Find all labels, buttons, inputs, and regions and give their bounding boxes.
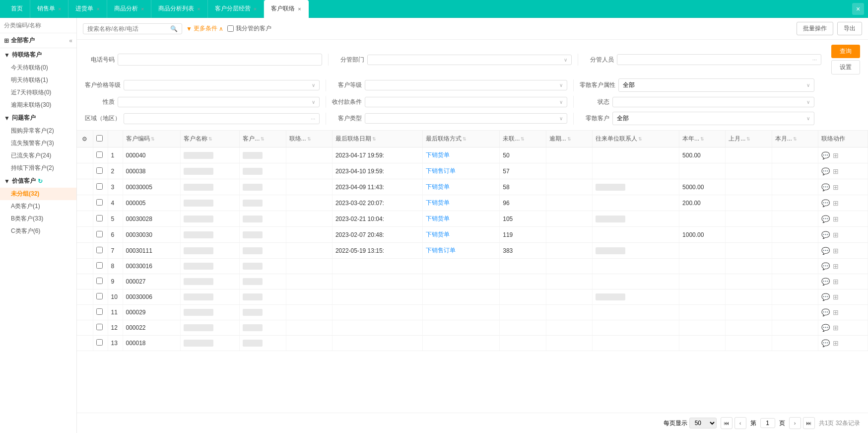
nav-purchase[interactable]: 进货单 × [68,0,107,18]
contact-icon[interactable]: 💬 [821,339,830,347]
my-customers-label[interactable]: 我分管的客户 [227,24,271,33]
sidebar-collapse-btn[interactable]: « [69,37,72,44]
sort-icon-overdue[interactable]: ⇅ [567,137,571,142]
cell-name[interactable] [180,163,240,179]
more-icon[interactable]: ⊞ [833,324,839,332]
nav-close-all[interactable]: × [852,3,864,15]
row-checkbox[interactable] [96,278,103,284]
reset-btn[interactable]: 设置 [831,60,860,74]
cell-name[interactable] [180,243,240,259]
sidebar-item-c[interactable]: C类客户(6) [0,225,76,237]
sort-icon-date[interactable]: ⇅ [372,137,376,142]
more-icon[interactable]: ⊞ [833,247,839,255]
nav-customer-tier[interactable]: 客户分层经营 × [208,0,264,18]
cell-checkbox[interactable] [93,227,108,243]
last-way-link[interactable]: 下销货单 [426,199,450,206]
last-way-link[interactable]: 下销货单 [426,183,450,190]
cell-checkbox[interactable] [93,179,108,195]
sort-icon-contact[interactable]: ⇅ [307,137,311,142]
sidebar-item-b[interactable]: B类客户(33) [0,213,76,225]
sidebar-group-value[interactable]: ▼ 价值客户 ↻ [0,174,76,188]
sidebar-group-problem[interactable]: ▼ 问题客户 [0,111,76,125]
more-icon[interactable]: ⊞ [833,231,839,239]
last-way-link[interactable]: 下销售订单 [426,167,456,174]
last-page-btn[interactable]: ⏭ [803,417,815,429]
col-this-month[interactable]: 本月...⇅ [772,131,818,147]
cell-name[interactable] [180,289,240,305]
sort-icon-last-month[interactable]: ⇅ [746,137,750,142]
more-icon[interactable]: ⊞ [833,183,839,191]
col-name[interactable]: 客户名称⇅ [180,131,240,147]
row-checkbox[interactable] [96,247,103,253]
cell-name[interactable] [180,305,240,320]
cell-name[interactable] [180,320,240,336]
field-scatter-cust-select[interactable]: 全部∨ [612,112,814,125]
last-way-link[interactable]: 下销售订单 [426,247,456,254]
sidebar-item-a[interactable]: A类客户(1) [0,200,76,213]
more-icon[interactable]: ⊞ [833,151,839,159]
more-conditions-btn[interactable]: ▼ 更多条件 ∧ [186,24,223,33]
prev-page-btn[interactable]: ‹ [734,417,746,429]
sidebar-item-today[interactable]: 今天待联络(0) [0,62,76,74]
col-unit-contact[interactable]: 往来单位联系人⇅ [592,131,679,147]
sidebar-item-lost[interactable]: 已流失客户(24) [0,149,76,162]
page-input[interactable] [760,418,775,428]
cell-name[interactable] [180,259,240,274]
sidebar-search-input[interactable] [4,22,77,29]
query-btn[interactable]: 查询 [831,45,860,58]
more-icon[interactable]: ⊞ [833,262,839,270]
sort-icon-unit[interactable]: ⇅ [638,137,642,142]
more-icon[interactable]: ⊞ [833,167,839,175]
sidebar-item-decline[interactable]: 持续下滑客户(2) [0,162,76,174]
sort-icon-not-contact[interactable]: ⇅ [521,137,525,142]
filter-search-input[interactable] [87,25,170,32]
contact-icon[interactable]: 💬 [821,199,830,207]
last-way-link[interactable]: 下销货单 [426,151,450,158]
nav-product-analysis-close[interactable]: × [141,6,144,12]
page-size-select[interactable]: 50 10 20 100 [689,418,717,429]
cell-checkbox[interactable] [93,274,108,289]
contact-icon[interactable]: 💬 [821,215,830,223]
sort-icon-way[interactable]: ⇅ [463,137,467,142]
row-checkbox[interactable] [96,183,103,190]
filter-search-icon[interactable]: 🔍 [170,25,178,32]
sidebar-item-7days[interactable]: 近7天待联络(0) [0,86,76,99]
field-price-grade-select[interactable]: ∨ [124,80,320,90]
my-customers-checkbox[interactable] [227,25,234,32]
nav-customer-contact-close[interactable]: × [298,6,301,12]
nav-home[interactable]: 首页 [4,0,30,18]
cell-name[interactable] [180,179,240,195]
first-page-btn[interactable]: ⏮ [721,417,733,429]
row-checkbox[interactable] [96,231,103,237]
field-scatter-attr-select[interactable]: 全部∨ [618,78,814,92]
col-type[interactable]: 客户...⇅ [240,131,286,147]
contact-icon[interactable]: 💬 [821,293,830,301]
row-checkbox[interactable] [96,308,103,315]
cell-checkbox[interactable] [93,320,108,336]
col-checkbox-header[interactable] [93,131,108,147]
sidebar-item-loss-warn[interactable]: 流失预警客户(3) [0,137,76,149]
sidebar-item-abnormal[interactable]: 囤购异常客户(2) [0,125,76,137]
cell-checkbox[interactable] [93,243,108,259]
col-last-date[interactable]: 最后联络日期⇅ [332,131,422,147]
nav-sales[interactable]: 销售单 × [30,0,68,18]
col-this-year[interactable]: 本年...⇅ [679,131,726,147]
col-settings[interactable]: ⚙ [77,131,93,147]
more-icon[interactable]: ⊞ [833,199,839,207]
row-checkbox[interactable] [96,262,103,269]
row-checkbox[interactable] [96,324,103,330]
cell-checkbox[interactable] [93,289,108,305]
contact-icon[interactable]: 💬 [821,151,830,159]
nav-product-list-close[interactable]: × [197,6,200,12]
cell-checkbox[interactable] [93,259,108,274]
row-checkbox[interactable] [96,215,103,221]
nav-sales-close[interactable]: × [58,6,61,12]
more-icon[interactable]: ⊞ [833,293,839,301]
contact-icon[interactable]: 💬 [821,231,830,239]
more-icon[interactable]: ⊞ [833,215,839,223]
more-icon[interactable]: ⊞ [833,339,839,347]
col-last-way[interactable]: 最后联络方式⇅ [422,131,500,147]
field-person-select[interactable]: ··· [617,54,821,65]
field-status-select[interactable]: ∨ [612,97,814,107]
cell-checkbox[interactable] [93,336,108,351]
